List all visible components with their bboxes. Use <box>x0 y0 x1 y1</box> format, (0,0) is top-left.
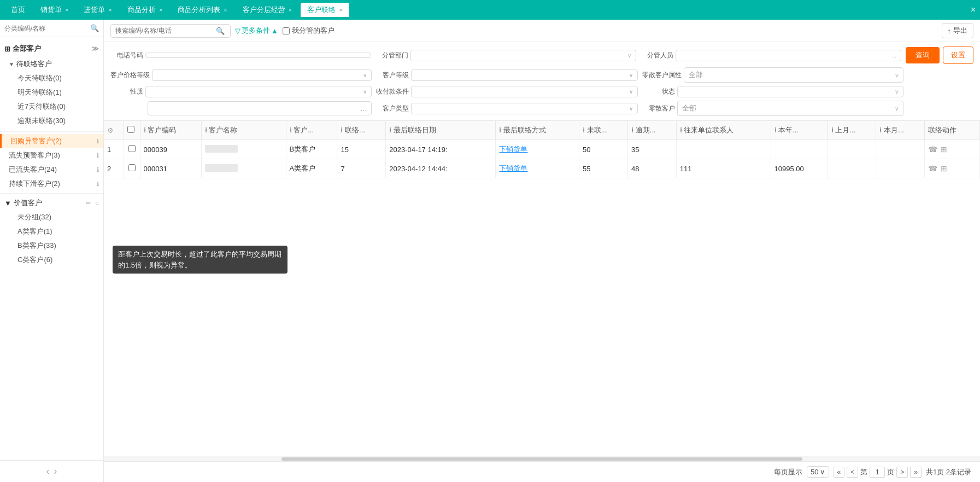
sidebar-item-declining-customers[interactable]: 持续下滑客户(2) ℹ <box>0 177 103 191</box>
row1-checkbox[interactable] <box>128 145 136 152</box>
sidebar-search-icon[interactable]: 🔍 <box>90 24 99 32</box>
zero-customer-value: 全部 <box>682 103 696 113</box>
sidebar-item-churn-warning[interactable]: 流失预警客户(3) ℹ <box>0 148 103 162</box>
row1-phone-icon[interactable]: ☎ <box>928 145 937 154</box>
th-code: ⁞ 客户编码 <box>140 121 201 140</box>
tab-customer-contact-close[interactable]: × <box>339 7 342 13</box>
sidebar-search-input[interactable] <box>4 25 88 32</box>
sidebar-collapse-button[interactable]: ≫ <box>92 45 99 53</box>
prev-page-button[interactable]: < <box>847 467 858 478</box>
filter-field-extra: ... <box>110 101 372 115</box>
sidebar-item-7days[interactable]: 近7天待联络(0) <box>0 100 103 114</box>
window-close-button[interactable]: × <box>971 5 976 15</box>
page-label: 第 <box>860 467 867 477</box>
value-customer-check-icon[interactable]: ○ <box>95 200 99 206</box>
more-conditions-button[interactable]: ▽ 更多条件 ▲ <box>235 26 278 36</box>
row1-index: 1 <box>104 140 124 159</box>
sidebar-item-class-a[interactable]: A类客户(1) <box>0 224 103 239</box>
current-page-display[interactable]: 1 <box>870 467 885 478</box>
sidebar-item-unclassified[interactable]: 未分组(32) <box>0 210 103 224</box>
select-all-checkbox[interactable] <box>127 126 134 133</box>
tab-customer-tier-close[interactable]: × <box>289 7 292 13</box>
sidebar-item-tomorrow[interactable]: 明天待联络(1) <box>0 85 103 100</box>
row2-checkbox[interactable] <box>128 164 136 171</box>
sidebar-bottom: ‹ › <box>0 460 103 482</box>
th-settings[interactable]: ⚙ <box>104 121 124 140</box>
filter-dept-input[interactable]: ∨ <box>410 50 636 61</box>
value-customer-label: 价值客户 <box>14 198 42 208</box>
export-button[interactable]: ↑ 导出 <box>942 23 974 38</box>
filter-field-status: 状态 ∨ <box>642 86 903 97</box>
sidebar-item-lost-customers[interactable]: 已流失客户(24) ℹ <box>0 162 103 177</box>
sidebar-root-all-customers[interactable]: ⊞ 全部客户 ≫ <box>0 42 103 56</box>
value-customer-edit-icon[interactable]: ✏ <box>86 200 91 207</box>
tab-product-analysis-list-close[interactable]: × <box>224 7 227 13</box>
row2-grid-icon[interactable]: ⊞ <box>941 164 947 173</box>
sidebar-item-class-b[interactable]: B类客户(33) <box>0 239 103 253</box>
tab-product-analysis-list[interactable]: 商品分析列表 × <box>171 3 233 17</box>
tab-sales-close[interactable]: × <box>65 7 68 13</box>
last-page-button[interactable]: » <box>910 467 922 478</box>
sidebar-item-class-c[interactable]: C类客户(6) <box>0 253 103 267</box>
th-contact: ⁞ 联络... <box>337 121 386 140</box>
my-customers-checkbox[interactable] <box>283 27 290 34</box>
filter-phone-label: 电话号码 <box>110 51 143 60</box>
row2-name-blurred <box>205 164 238 172</box>
zero-attr-arrow: ∨ <box>895 72 899 78</box>
sidebar-item-overdue[interactable]: 逾期未联络(30) <box>0 114 103 128</box>
per-page-value: 50 <box>811 468 818 476</box>
query-button[interactable]: 查询 <box>906 47 940 63</box>
row2-checkbox-cell[interactable] <box>124 159 140 178</box>
my-customers-label: 我分管的客户 <box>292 26 335 36</box>
table-settings-icon[interactable]: ⚙ <box>107 126 114 135</box>
filter-person-input[interactable]: ... <box>676 50 901 61</box>
info-icon-abnormal: ℹ <box>97 138 99 145</box>
sidebar-item-today[interactable]: 今天待联络(0) <box>0 71 103 85</box>
value-customer-header[interactable]: ▼ 价值客户 ✏ ○ <box>0 196 103 210</box>
th-checkbox[interactable] <box>124 121 140 140</box>
per-page-select[interactable]: 50 ∨ <box>807 466 829 478</box>
filter-customer-grade-select[interactable]: ∨ <box>411 69 637 81</box>
horizontal-scrollbar[interactable] <box>104 456 980 461</box>
settings-button[interactable]: 设置 <box>943 47 973 64</box>
filter-phone-input[interactable] <box>145 53 371 58</box>
tab-customer-tier[interactable]: 客户分层经营 × <box>236 3 298 17</box>
scroll-thumb[interactable] <box>281 457 802 461</box>
filter-customer-type-select[interactable]: ∨ <box>411 103 637 114</box>
tab-product-analysis[interactable]: 商品分析 × <box>121 3 169 17</box>
sidebar-bottom-left-arrow[interactable]: ‹ <box>46 466 50 477</box>
tab-product-analysis-close[interactable]: × <box>159 7 162 13</box>
next-page-button[interactable]: > <box>896 467 908 478</box>
tab-home[interactable]: 首页 <box>4 3 32 17</box>
row1-code-value: 000039 <box>144 146 167 154</box>
row1-grid-icon[interactable]: ⊞ <box>941 145 947 154</box>
filter-nature-select[interactable]: ∨ <box>145 86 372 97</box>
row2-phone-icon[interactable]: ☎ <box>928 164 937 173</box>
filter-extra-input[interactable]: ... <box>148 101 372 115</box>
row1-method-link[interactable]: 下销货单 <box>499 145 527 153</box>
my-customers-filter: 我分管的客户 <box>283 26 335 36</box>
sidebar-search-area: 🔍 <box>0 20 103 37</box>
tab-sales[interactable]: 销货单 × <box>34 3 75 17</box>
search-input[interactable] <box>115 27 214 34</box>
filter-payment-select[interactable]: ∨ <box>411 86 637 97</box>
row1-this-month <box>876 140 925 159</box>
tab-customer-contact[interactable]: 客户联络 × <box>301 3 349 17</box>
filter-zero-customer-select[interactable]: 全部 ∨ <box>677 101 903 116</box>
row2-method-link[interactable]: 下销货单 <box>499 164 527 172</box>
filter-zero-attr-select[interactable]: 全部 ∨ <box>684 67 903 83</box>
filter-price-grade-select[interactable]: ∨ <box>152 69 372 81</box>
filter-status-select[interactable]: ∨ <box>677 86 903 97</box>
sidebar-bottom-right-arrow[interactable]: › <box>54 466 57 477</box>
search-icon[interactable]: 🔍 <box>216 27 225 35</box>
pending-contact-header[interactable]: ▼ 待联络客户 <box>0 57 103 71</box>
tab-purchase-close[interactable]: × <box>108 7 112 13</box>
first-page-button[interactable]: « <box>834 467 845 478</box>
per-page-label: 每页显示 <box>774 467 802 477</box>
sidebar-divider-1 <box>0 131 103 132</box>
tab-purchase[interactable]: 进货单 × <box>77 3 118 17</box>
row1-checkbox-cell[interactable] <box>124 140 140 159</box>
sidebar-item-abnormal-repurchase[interactable]: 回购异常客户(2) ℹ <box>0 134 103 148</box>
row1-category: B类客户 <box>286 140 337 159</box>
sidebar-divider-2 <box>0 193 103 194</box>
